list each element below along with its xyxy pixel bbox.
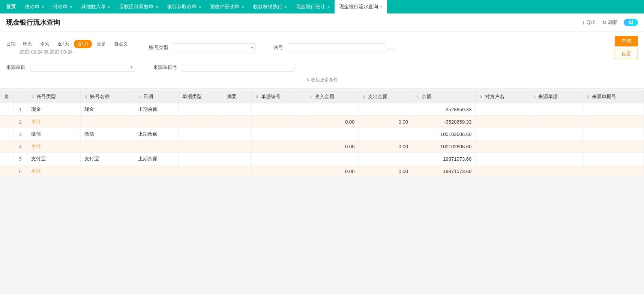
nav-ar-ap-adjust[interactable]: 应收应付调整单 × (115, 0, 162, 13)
date-btn-7days[interactable]: 近7天 (54, 40, 72, 48)
cell-rownum: 2 (14, 116, 27, 128)
cell-balance: -3528659.33 (412, 116, 475, 128)
cell-gear (0, 140, 14, 153)
source-doc-filter: 来源单据 ▾ (6, 63, 135, 72)
close-writeoff[interactable]: × (285, 4, 287, 9)
cell-doc-type (179, 140, 223, 153)
collapse-label: 收起更多条件 (311, 77, 338, 83)
source-doc-no-input[interactable] (182, 63, 294, 72)
cell-source-doc (529, 140, 582, 153)
cell-doc-no (252, 153, 305, 165)
col-account-type[interactable]: ⇅ 账号类型 (27, 90, 81, 103)
sort-arrows-counterpart: ⇅ (479, 95, 482, 99)
nav-home[interactable]: 首页 (2, 0, 20, 13)
cell-income: 0.00 (305, 116, 359, 128)
refresh-icon: ↻ (602, 19, 606, 25)
export-button[interactable]: ↑ 导出 (582, 19, 596, 26)
filter-actions: 查询 设置 (615, 36, 638, 59)
date-btn-custom[interactable]: 自定义 (111, 40, 131, 48)
date-btn-yesterday[interactable]: 昨天 (20, 40, 35, 48)
sort-arrows-account-name: ⇅ (84, 95, 87, 99)
cell-account-type: 微信 (27, 128, 81, 140)
account-type-select[interactable] (173, 43, 255, 52)
export-icon: ↑ (582, 19, 585, 25)
table-row: 6 小计 0.00 0.00 19871073.60 (0, 165, 644, 178)
cell-source-doc (529, 128, 582, 140)
cell-rownum: 3 (14, 128, 27, 140)
cell-date (134, 165, 179, 178)
close-cash-flow[interactable]: × (380, 4, 383, 9)
col-date[interactable]: ⇅ 日期 (134, 90, 179, 103)
cell-gear (0, 165, 14, 178)
col-gear[interactable]: ⚙ (0, 90, 14, 103)
cell-account-type: 小计 (27, 165, 81, 178)
col-income[interactable]: ⇅ 收入金额 (305, 90, 359, 103)
date-shortcuts: 昨天 今天 近7天 近1月 更多 自定义 (20, 40, 131, 48)
close-payments[interactable]: × (70, 4, 72, 9)
cell-source-doc-no (582, 128, 644, 140)
table-header-row: ⚙ ⇅ 账号类型 ⇅ 账号名称 ⇅ 日期 单据类型 (0, 90, 644, 103)
close-receipts[interactable]: × (42, 4, 44, 9)
col-account-name[interactable]: ⇅ 账号名称 (81, 90, 134, 103)
date-btn-more[interactable]: 更多 (93, 40, 109, 48)
cell-balance: 19871073.60 (412, 165, 475, 178)
close-ar-ap-adjust[interactable]: × (156, 4, 158, 9)
gear-icon[interactable]: ⚙ (4, 93, 9, 100)
cell-date (134, 140, 179, 153)
cell-balance: 19871073.60 (412, 153, 475, 165)
cell-counterpart (476, 165, 529, 178)
collapse-filters-button[interactable]: ∧ 收起更多条件 (6, 75, 638, 85)
table-container: ⚙ ⇅ 账号类型 ⇅ 账号名称 ⇅ 日期 单据类型 (0, 90, 644, 178)
close-cash-stat[interactable]: × (327, 4, 330, 9)
cell-counterpart (476, 128, 529, 140)
cell-doc-no (252, 116, 305, 128)
nav-writeoff[interactable]: 收款核销执行 × (249, 0, 291, 13)
cell-gear (0, 128, 14, 140)
account-type-filter: 账号类型 ▾ (149, 43, 255, 52)
query-button[interactable]: 查询 (615, 36, 638, 46)
nav-prepaid[interactable]: 预收冲应收单 × (206, 0, 248, 13)
date-btn-1month[interactable]: 近1月 (74, 40, 92, 48)
sort-arrows-income: ⇅ (309, 95, 312, 99)
col-balance[interactable]: ⇅ 余额 (412, 90, 475, 103)
close-other-income[interactable]: × (108, 4, 110, 9)
cell-rownum: 4 (14, 140, 27, 153)
col-expense[interactable]: ⇅ 支出金额 (359, 90, 412, 103)
cell-income (305, 103, 359, 116)
account-label: 账号 (273, 44, 283, 51)
close-bank-deposit[interactable]: × (199, 4, 201, 9)
header-actions: ↑ 导出 ↻ 刷新 Ai (582, 19, 638, 26)
cell-account-name (81, 165, 134, 178)
account-filter: 账号 ... (273, 43, 395, 52)
col-doc-no[interactable]: ⇅ 单据编号 (252, 90, 305, 103)
cell-account-name: 支付宝 (81, 153, 134, 165)
nav-cash-stat[interactable]: 现金银行统计 × (291, 0, 334, 13)
source-doc-select[interactable] (30, 63, 135, 72)
data-table: ⚙ ⇅ 账号类型 ⇅ 账号名称 ⇅ 日期 单据类型 (0, 90, 644, 178)
close-prepaid[interactable]: × (242, 4, 244, 9)
nav-bank-deposit[interactable]: 银行存取款单 × (163, 0, 206, 13)
account-input[interactable] (288, 43, 385, 52)
settings-button[interactable]: 设置 (615, 49, 638, 59)
ai-badge[interactable]: Ai (624, 19, 638, 26)
cell-account-type: 小计 (27, 116, 81, 128)
refresh-button[interactable]: ↻ 刷新 (602, 19, 618, 26)
nav-other-income[interactable]: 其他收入单 × (77, 0, 115, 13)
nav-receipts[interactable]: 收款单 × (20, 0, 48, 13)
col-counterpart[interactable]: ⇅ 对方户名 (476, 90, 529, 103)
cell-source-doc-no (582, 140, 644, 153)
table-row: 2 小计 0.00 0.00 -3528659.33 (0, 116, 644, 128)
col-source-doc-no[interactable]: ⇅ 来源单据号 (582, 90, 644, 103)
cell-summary (223, 165, 251, 178)
cell-source-doc-no (582, 116, 644, 128)
cell-rownum: 5 (14, 153, 27, 165)
account-dots-button[interactable]: ... (387, 44, 395, 51)
date-label: 日期 (6, 41, 16, 48)
col-source-doc[interactable]: ⇅ 来源单据 (529, 90, 582, 103)
page-header: 现金银行流水查询 ↑ 导出 ↻ 刷新 Ai (0, 13, 644, 31)
date-btn-today[interactable]: 今天 (37, 40, 53, 48)
cell-expense: 0.00 (359, 165, 412, 178)
sort-arrows-source-doc: ⇅ (533, 95, 536, 99)
nav-cash-flow[interactable]: 现金银行流水查询 × (335, 0, 387, 13)
nav-payments[interactable]: 付款单 × (48, 0, 77, 13)
